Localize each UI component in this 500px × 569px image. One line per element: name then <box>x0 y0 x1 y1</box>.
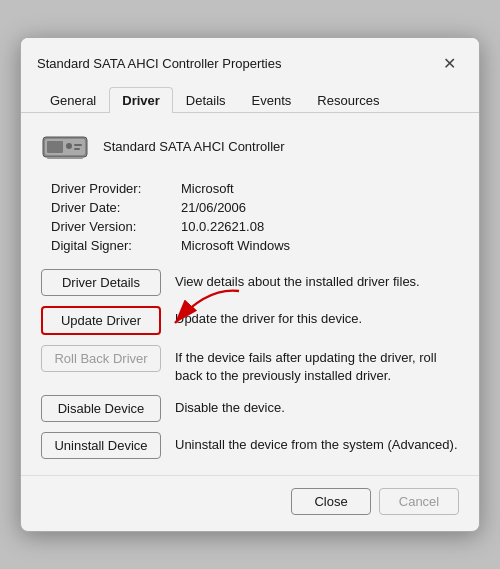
device-name: Standard SATA AHCI Controller <box>103 139 285 154</box>
disable-device-button[interactable]: Disable Device <box>41 395 161 422</box>
disable-device-desc: Disable the device. <box>175 395 285 417</box>
prop-label-version: Driver Version: <box>51 219 181 234</box>
tab-driver[interactable]: Driver <box>109 87 173 113</box>
device-icon <box>41 129 89 165</box>
prop-label-signer: Digital Signer: <box>51 238 181 253</box>
action-row-disable: Disable Device Disable the device. <box>41 395 459 422</box>
update-driver-button[interactable]: Update Driver <box>41 306 161 335</box>
prop-value-provider: Microsoft <box>181 181 459 196</box>
device-header: Standard SATA AHCI Controller <box>41 129 459 165</box>
action-row-rollback: Roll Back Driver If the device fails aft… <box>41 345 459 385</box>
uninstall-device-button[interactable]: Uninstall Device <box>41 432 161 459</box>
uninstall-device-desc: Uninstall the device from the system (Ad… <box>175 432 458 454</box>
tab-resources[interactable]: Resources <box>304 87 392 113</box>
update-driver-desc: Update the driver for this device. <box>175 306 362 328</box>
tab-bar: General Driver Details Events Resources <box>21 78 479 113</box>
prop-value-version: 10.0.22621.08 <box>181 219 459 234</box>
tab-events[interactable]: Events <box>239 87 305 113</box>
close-footer-button[interactable]: Close <box>291 488 371 515</box>
dialog-window: Standard SATA AHCI Controller Properties… <box>20 37 480 532</box>
actions-section: Driver Details View details about the in… <box>41 269 459 459</box>
actions-wrapper: Driver Details View details about the in… <box>41 269 459 459</box>
svg-rect-4 <box>74 144 82 146</box>
prop-value-signer: Microsoft Windows <box>181 238 459 253</box>
dialog-footer: Close Cancel <box>21 475 479 531</box>
prop-label-date: Driver Date: <box>51 200 181 215</box>
rollback-driver-desc: If the device fails after updating the d… <box>175 345 459 385</box>
tab-content: Standard SATA AHCI Controller Driver Pro… <box>21 113 479 475</box>
svg-rect-2 <box>47 141 63 153</box>
prop-value-date: 21/06/2006 <box>181 200 459 215</box>
cancel-footer-button[interactable]: Cancel <box>379 488 459 515</box>
rollback-driver-button[interactable]: Roll Back Driver <box>41 345 161 372</box>
svg-rect-6 <box>47 157 83 159</box>
properties-grid: Driver Provider: Microsoft Driver Date: … <box>51 181 459 253</box>
title-bar: Standard SATA AHCI Controller Properties… <box>21 38 479 78</box>
svg-rect-5 <box>74 148 80 150</box>
svg-rect-3 <box>66 143 72 149</box>
tab-details[interactable]: Details <box>173 87 239 113</box>
action-row-uninstall: Uninstall Device Uninstall the device fr… <box>41 432 459 459</box>
action-row-update-driver: Update Driver Update the driver for this… <box>41 306 459 335</box>
driver-details-button[interactable]: Driver Details <box>41 269 161 296</box>
prop-label-provider: Driver Provider: <box>51 181 181 196</box>
driver-details-desc: View details about the installed driver … <box>175 269 420 291</box>
action-row-driver-details: Driver Details View details about the in… <box>41 269 459 296</box>
tab-general[interactable]: General <box>37 87 109 113</box>
dialog-title: Standard SATA AHCI Controller Properties <box>37 56 281 71</box>
close-button[interactable]: ✕ <box>435 50 463 78</box>
